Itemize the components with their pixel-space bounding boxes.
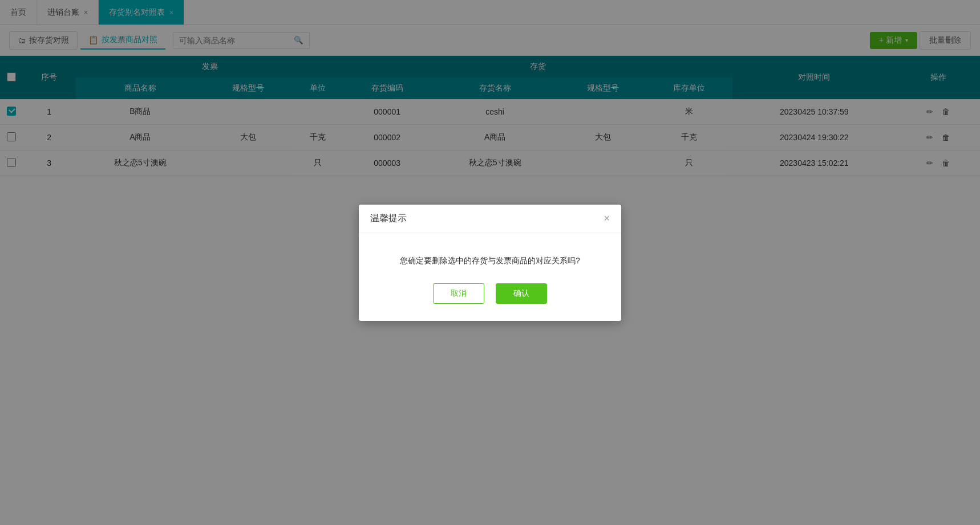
dialog-body: 您确定要删除选中的存货与发票商品的对应关系吗? xyxy=(359,233,621,283)
confirm-dialog: 温馨提示 × 您确定要删除选中的存货与发票商品的对应关系吗? 取消 确认 xyxy=(359,205,621,321)
dialog-cancel-btn[interactable]: 取消 xyxy=(433,283,484,304)
dialog-footer: 取消 确认 xyxy=(359,283,621,321)
dialog-message: 您确定要删除选中的存货与发票商品的对应关系吗? xyxy=(400,256,580,265)
modal-overlay: 温馨提示 × 您确定要删除选中的存货与发票商品的对应关系吗? 取消 确认 xyxy=(0,0,980,525)
dialog-close-btn[interactable]: × xyxy=(604,213,610,223)
dialog-header: 温馨提示 × xyxy=(359,205,621,233)
dialog-confirm-btn[interactable]: 确认 xyxy=(496,283,547,304)
dialog-title: 温馨提示 xyxy=(370,213,407,225)
